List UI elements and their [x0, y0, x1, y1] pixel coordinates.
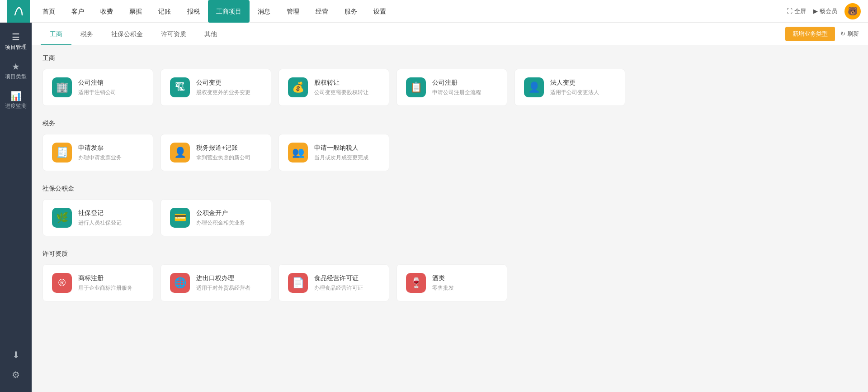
card-desc: 当月或次月成变更完成	[314, 154, 380, 162]
nav-item-报税[interactable]: 报税	[179, 0, 208, 23]
section-title-工商: 工商	[42, 54, 857, 62]
card-desc: 办理食品经营许可证	[314, 284, 380, 292]
card-desc: 适用于对外贸易经营者	[196, 284, 262, 292]
nav-item-消息[interactable]: 消息	[250, 0, 278, 23]
tab-社保公积金[interactable]: 社保公积金	[102, 23, 152, 45]
card-text: 公司变更 股权变更外的业务变更	[196, 79, 262, 96]
card-title: 税务报道+记账	[196, 144, 262, 152]
svg-point-0	[18, 7, 19, 9]
card-text: 法人变更 适用于公司变更法人	[550, 79, 616, 96]
sidebar-item-label: 项目管理	[5, 43, 27, 51]
tab-bar: 工商税务社保公积金许可资质其他 新增业务类型 ↻ 刷新	[32, 23, 868, 45]
card-icon: 🌐	[170, 273, 190, 293]
card-text: 公积金开户 办理公积金相关业务	[196, 209, 262, 227]
card-icon: 🌿	[52, 208, 72, 228]
card-desc: 办理申请发票业务	[78, 154, 144, 162]
card-title: 公司注销	[78, 79, 144, 87]
card-icon: 👥	[288, 143, 308, 163]
nav-item-管理[interactable]: 管理	[278, 0, 307, 23]
card-title: 股权转让	[314, 79, 380, 87]
vip-label: 畅会员	[820, 7, 837, 15]
card-icon: 💳	[170, 208, 190, 228]
service-card-公积金开户[interactable]: 💳 公积金开户 办理公积金相关业务	[160, 199, 271, 236]
service-card-税务报道+记账[interactable]: 👤 税务报道+记账 拿到营业执照的新公司	[160, 134, 271, 171]
card-icon: 📄	[288, 273, 308, 293]
top-nav-right: ⛶ 全屏 ▶ 畅会员 🐻	[787, 3, 861, 19]
card-text: 申请一般纳税人 当月或次月成变更完成	[314, 144, 380, 162]
service-card-公司注册[interactable]: 📋 公司注册 申请公司注册全流程	[396, 69, 507, 106]
service-card-食品经营许可证[interactable]: 📄 食品经营许可证 办理食品经营许可证	[278, 264, 389, 301]
service-card-法人变更[interactable]: 👤 法人变更 适用于公司变更法人	[514, 69, 625, 106]
fullscreen-button[interactable]: ⛶ 全屏	[787, 7, 806, 15]
tab-其他[interactable]: 其他	[195, 23, 226, 45]
tab-工商[interactable]: 工商	[41, 23, 71, 45]
card-desc: 适用于注销公司	[78, 89, 144, 96]
cards-grid-社保公积金: 🌿 社保登记 进行人员社保登记 💳 公积金开户 办理公积金相关业务	[42, 199, 857, 236]
card-title: 公积金开户	[196, 209, 262, 217]
refresh-icon: ↻	[840, 30, 845, 37]
card-title: 申请一般纳税人	[314, 144, 380, 152]
vip-button[interactable]: ▶ 畅会员	[813, 7, 837, 15]
card-desc: 适用于公司变更法人	[550, 89, 616, 96]
card-icon: 🏢	[52, 77, 72, 97]
card-title: 申请发票	[78, 144, 144, 152]
service-card-公司变更[interactable]: 🏗 公司变更 股权变更外的业务变更	[160, 69, 271, 106]
sidebar-item-download[interactable]: ⬇	[0, 345, 32, 365]
sidebar-item-progress-monitor[interactable]: 📊 进度监测	[0, 86, 32, 115]
nav-item-票据[interactable]: 票据	[121, 0, 150, 23]
nav-item-收费[interactable]: 收费	[92, 0, 121, 23]
tab-bar-actions: 新增业务类型 ↻ 刷新	[785, 27, 859, 41]
nav-item-首页[interactable]: 首页	[34, 0, 63, 23]
service-card-酒类[interactable]: 🍷 酒类 零售批发	[396, 264, 507, 301]
scroll-area[interactable]: 工商 🏢 公司注销 适用于注销公司 🏗 公司变更 股权变更外的业务变更 💰 股权…	[32, 45, 868, 392]
service-card-股权转让[interactable]: 💰 股权转让 公司变更需要股权转让	[278, 69, 389, 106]
project-type-icon: ★	[12, 62, 20, 71]
card-icon: ®	[52, 273, 72, 293]
app-logo	[7, 0, 30, 23]
card-icon: 👤	[170, 143, 190, 163]
card-desc: 进行人员社保登记	[78, 219, 144, 227]
user-avatar[interactable]: 🐻	[844, 3, 861, 19]
service-card-进出口权办理[interactable]: 🌐 进出口权办理 适用于对外贸易经营者	[160, 264, 271, 301]
vip-icon: ▶	[813, 8, 818, 14]
tab-税务[interactable]: 税务	[71, 23, 102, 45]
service-card-公司注销[interactable]: 🏢 公司注销 适用于注销公司	[42, 69, 153, 106]
sidebar-item-label: 进度监测	[5, 102, 27, 110]
nav-item-记账[interactable]: 记账	[150, 0, 179, 23]
section-title-许可资质: 许可资质	[42, 250, 857, 258]
card-title: 商标注册	[78, 274, 144, 282]
cards-grid-税务: 🧾 申请发票 办理申请发票业务 👤 税务报道+记账 拿到营业执照的新公司 👥 申…	[42, 134, 857, 171]
sidebar-item-project-type[interactable]: ★ 项目类型	[0, 57, 32, 86]
service-card-商标注册[interactable]: ® 商标注册 用于企业商标注册服务	[42, 264, 153, 301]
card-desc: 股权变更外的业务变更	[196, 89, 262, 96]
refresh-label: 刷新	[847, 30, 859, 38]
service-card-社保登记[interactable]: 🌿 社保登记 进行人员社保登记	[42, 199, 153, 236]
nav-item-设置[interactable]: 设置	[365, 0, 394, 23]
service-card-申请一般纳税人[interactable]: 👥 申请一般纳税人 当月或次月成变更完成	[278, 134, 389, 171]
sidebar-item-settings[interactable]: ⚙	[0, 365, 32, 385]
card-desc: 办理公积金相关业务	[196, 219, 262, 227]
nav-item-工商项目[interactable]: 工商项目	[208, 0, 250, 23]
sidebar-item-label: 项目类型	[5, 73, 27, 81]
card-text: 商标注册 用于企业商标注册服务	[78, 274, 144, 292]
tab-许可资质[interactable]: 许可资质	[152, 23, 195, 45]
card-icon: 🍷	[406, 273, 426, 293]
service-card-申请发票[interactable]: 🧾 申请发票 办理申请发票业务	[42, 134, 153, 171]
card-icon: 💰	[288, 77, 308, 97]
card-text: 税务报道+记账 拿到营业执照的新公司	[196, 144, 262, 162]
section-title-社保公积金: 社保公积金	[42, 185, 857, 193]
card-text: 进出口权办理 适用于对外贸易经营者	[196, 274, 262, 292]
nav-item-服务[interactable]: 服务	[336, 0, 365, 23]
card-title: 酒类	[432, 274, 498, 282]
nav-item-经营[interactable]: 经营	[307, 0, 336, 23]
card-icon: 👤	[524, 77, 544, 97]
card-title: 法人变更	[550, 79, 616, 87]
fullscreen-icon: ⛶	[787, 8, 793, 14]
refresh-button[interactable]: ↻ 刷新	[840, 30, 859, 38]
add-business-type-button[interactable]: 新增业务类型	[785, 27, 835, 41]
card-title: 进出口权办理	[196, 274, 262, 282]
sidebar-item-project-management[interactable]: ☰ 项目管理	[0, 27, 32, 57]
card-desc: 拿到营业执照的新公司	[196, 154, 262, 162]
nav-item-客户[interactable]: 客户	[63, 0, 92, 23]
card-icon: 🏗	[170, 77, 190, 97]
